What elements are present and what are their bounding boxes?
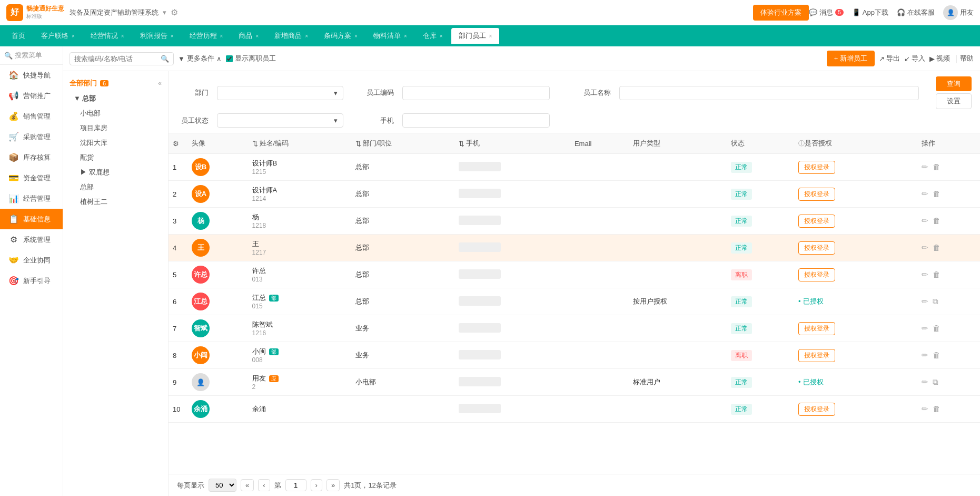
all-dept-label[interactable]: 全部部门 — [70, 79, 97, 88]
prev-page-button[interactable]: ‹ — [258, 479, 270, 491]
dept-item-shenyang[interactable]: 沈阳大库 — [67, 135, 168, 150]
status-filter-select[interactable]: ▾ — [217, 113, 343, 128]
edit-icon[interactable]: ✏ — [922, 243, 928, 252]
dept-item-general[interactable]: ▼ 总部 — [67, 91, 168, 106]
sidebar-item-sales[interactable]: 💰 销售管理 — [0, 106, 63, 127]
close-icon[interactable]: × — [404, 33, 407, 39]
export-button[interactable]: ↗ 导出 — [879, 54, 900, 63]
dept-item-shuanglu[interactable]: ▶ 双鹿想 — [67, 165, 168, 180]
close-icon[interactable]: × — [255, 33, 259, 39]
copy-icon[interactable]: ⧉ — [933, 297, 938, 306]
tab-customer[interactable]: 客户联络 × — [34, 28, 82, 44]
edit-icon[interactable]: ✏ — [922, 162, 928, 172]
tab-goods[interactable]: 商品 × — [231, 28, 266, 44]
add-employee-button[interactable]: + 新增员工 — [827, 51, 875, 66]
search-menu[interactable]: 🔍 搜索菜单 — [0, 46, 63, 65]
tab-warehouse[interactable]: 仓库 × — [415, 28, 450, 44]
sidebar-item-nav[interactable]: 🏠 快捷导航 — [0, 65, 63, 85]
sidebar-item-collab[interactable]: 🤝 企业协同 — [0, 250, 63, 270]
dept-filter-select[interactable]: ▾ — [217, 86, 343, 100]
app-download-button[interactable]: 📱 App下载 — [852, 8, 888, 17]
dept-item-project[interactable]: 项目库房 — [67, 121, 168, 135]
dept-item-small-elec[interactable]: 小电部 — [67, 106, 168, 121]
delete-icon[interactable]: 🗑 — [933, 270, 941, 279]
query-button[interactable]: 查询 — [936, 76, 972, 91]
sidebar-item-finance[interactable]: 💳 资金管理 — [0, 168, 63, 188]
more-filter-button[interactable]: ▼ 更多条件 ∧ — [178, 54, 222, 63]
auth-button[interactable]: 授权登录 — [798, 161, 835, 174]
copy-icon[interactable]: ⧉ — [933, 377, 938, 387]
col-settings[interactable]: ⚙ — [169, 133, 187, 154]
last-page-button[interactable]: » — [326, 479, 340, 491]
delete-icon[interactable]: 🗑 — [933, 216, 941, 226]
sidebar-item-basic[interactable]: 📋 基础信息 — [0, 209, 63, 229]
sidebar-item-inventory[interactable]: 📦 库存核算 — [0, 147, 63, 168]
edit-icon[interactable]: ✏ — [922, 270, 928, 279]
sidebar-item-operation[interactable]: 📊 经营管理 — [0, 188, 63, 209]
dept-item-plant[interactable]: 植树王二 — [67, 194, 168, 209]
edit-icon[interactable]: ✏ — [922, 297, 928, 306]
dept-item-hq[interactable]: 总部 — [67, 180, 168, 194]
page-input[interactable] — [285, 479, 306, 491]
close-icon[interactable]: × — [440, 33, 443, 39]
collapse-button[interactable]: « — [158, 80, 162, 87]
user-menu[interactable]: 👤 用友 — [943, 5, 974, 20]
message-button[interactable]: 💬 消息 5 — [809, 8, 844, 17]
search-input[interactable] — [74, 55, 159, 63]
close-icon[interactable]: × — [354, 33, 358, 39]
trial-button[interactable]: 体验行业方案 — [753, 5, 809, 21]
sidebar-item-system[interactable]: ⚙ 系统管理 — [0, 229, 63, 250]
sidebar-item-guide[interactable]: 🎯 新手引导 — [0, 270, 63, 291]
tab-home[interactable]: 首页 — [4, 28, 33, 44]
tab-business[interactable]: 经营情况 × — [83, 28, 132, 44]
close-icon[interactable]: × — [220, 33, 223, 39]
help-button[interactable]: │ 帮助 — [954, 54, 974, 63]
edit-icon[interactable]: ✏ — [922, 377, 928, 387]
sidebar-item-purchase[interactable]: 🛒 采购管理 — [0, 127, 63, 147]
close-icon[interactable]: × — [171, 33, 174, 39]
delete-icon[interactable]: 🗑 — [933, 351, 941, 360]
delete-icon[interactable]: 🗑 — [933, 404, 941, 414]
tab-history[interactable]: 经营历程 × — [182, 28, 231, 44]
settings-icon[interactable]: ⚙ — [171, 7, 178, 17]
delete-icon[interactable]: 🗑 — [933, 324, 941, 333]
dept-item-distribution[interactable]: 配货 — [67, 150, 168, 165]
col-dept[interactable]: ⇅部门/职位 — [351, 133, 454, 154]
online-service-button[interactable]: 🎧 在线客服 — [897, 8, 935, 17]
delete-icon[interactable]: 🗑 — [933, 162, 941, 172]
tab-barcode[interactable]: 条码方案 × — [316, 28, 365, 44]
auth-button[interactable]: 授权登录 — [798, 215, 835, 228]
close-icon[interactable]: × — [305, 33, 308, 39]
delete-icon[interactable]: 🗑 — [933, 189, 941, 199]
resigned-checkbox-input[interactable] — [226, 55, 233, 62]
show-resigned-checkbox[interactable]: 显示离职员工 — [226, 54, 276, 63]
close-icon[interactable]: × — [121, 33, 124, 39]
first-page-button[interactable]: « — [241, 479, 254, 491]
emp-name-input[interactable] — [619, 86, 919, 100]
reset-button[interactable]: 设置 — [936, 93, 972, 109]
edit-icon[interactable]: ✏ — [922, 216, 928, 226]
sidebar-item-marketing[interactable]: 📢 营销推广 — [0, 85, 63, 106]
tab-bom[interactable]: 物料清单 × — [366, 28, 414, 44]
auth-button[interactable]: 授权登录 — [798, 349, 835, 362]
auth-button[interactable]: 授权登录 — [798, 403, 835, 416]
edit-icon[interactable]: ✏ — [922, 189, 928, 199]
auth-button[interactable]: 授权登录 — [798, 241, 835, 255]
phone-input[interactable] — [402, 113, 550, 128]
delete-icon[interactable]: 🗑 — [933, 243, 941, 252]
video-button[interactable]: ▶ 视频 — [929, 54, 950, 63]
page-size-select[interactable]: 50 — [209, 479, 236, 492]
tab-employee[interactable]: 部门员工 × — [451, 28, 500, 44]
close-icon[interactable]: × — [72, 33, 75, 39]
emp-code-input[interactable] — [402, 86, 550, 100]
system-dropdown-icon[interactable]: ▾ — [163, 8, 166, 16]
col-name[interactable]: ⇅姓名/编码 — [248, 133, 351, 154]
auth-button[interactable]: 授权登录 — [798, 268, 835, 281]
auth-button[interactable]: 授权登录 — [798, 322, 835, 335]
col-phone[interactable]: ⇅手机 — [454, 133, 570, 154]
edit-icon[interactable]: ✏ — [922, 404, 928, 414]
edit-icon[interactable]: ✏ — [922, 324, 928, 333]
settings-icon[interactable]: ⚙ — [173, 140, 179, 148]
auth-button[interactable]: 授权登录 — [798, 188, 835, 201]
import-button[interactable]: ↙ 导入 — [904, 54, 925, 63]
